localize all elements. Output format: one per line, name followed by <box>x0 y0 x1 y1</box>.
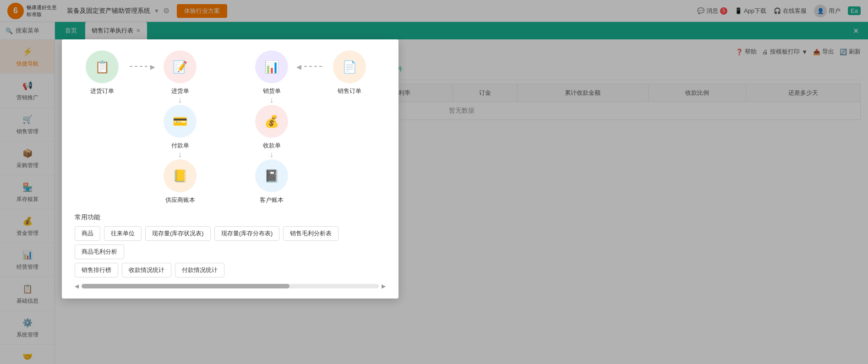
arrow-purchase-order-to-purchase-bill: ▶ <box>130 66 153 80</box>
sales-order-icon: 📄 <box>342 60 357 74</box>
scroll-right-arrow[interactable]: ▶ <box>382 283 386 289</box>
payment-icon: 💳 <box>173 114 187 129</box>
popup-scrollbar: ◀ ▶ <box>75 283 386 289</box>
flow-node-payment[interactable]: 💳 付款单 <box>153 105 207 150</box>
flow-node-sales-bill[interactable]: 📊 销货单 <box>244 50 299 95</box>
quick-row-1: 商品往来单位现存量(库存状况表)现存量(库存分布表)销售毛利分析表商品毛利分析 <box>75 226 386 259</box>
quick-btn-商品毛利分析[interactable]: 商品毛利分析 <box>75 244 124 259</box>
flow-diagram: 📋 进货订单 ▶ 📝 进货单 <box>75 50 386 204</box>
flow-circle-customer-ledger: 📓 <box>255 159 288 192</box>
flow-label-receipt: 收款单 <box>263 141 281 150</box>
overlay: 📋 进货订单 ▶ 📝 进货单 <box>0 0 868 364</box>
flow-node-sales-order[interactable]: 📄 销售订单 <box>322 50 377 95</box>
quick-functions-title: 常用功能 <box>75 213 386 222</box>
receipt-icon: 💰 <box>264 114 279 129</box>
quick-btn-销售毛利分析表[interactable]: 销售毛利分析表 <box>283 226 338 241</box>
flow-node-supplier-ledger[interactable]: 📒 供应商账本 <box>153 159 207 204</box>
flow-circle-purchase-order: 📋 <box>86 50 119 83</box>
quick-btn-付款情况统计[interactable]: 付款情况统计 <box>175 263 224 277</box>
flow-circle-sales-order: 📄 <box>333 50 366 83</box>
arrow-down-payment: ↓ <box>178 150 182 159</box>
sales-bill-icon: 📊 <box>264 60 279 74</box>
flow-node-purchase-bill[interactable]: 📝 进货单 <box>153 50 207 95</box>
flow-label-sales-order: 销售订单 <box>338 87 361 95</box>
flow-node-customer-ledger[interactable]: 📓 客户账本 <box>244 159 299 204</box>
flow-circle-sales-bill: 📊 <box>255 50 288 83</box>
quick-btn-销售排行榜[interactable]: 销售排行榜 <box>75 263 118 277</box>
flow-circle-supplier-ledger: 📒 <box>164 159 197 192</box>
flow-label-purchase-order: 进货订单 <box>90 87 114 95</box>
arrow-down-purchase-bill: ↓ <box>178 95 182 105</box>
arrow-down-sales-bill: ↓ <box>270 95 274 105</box>
purchase-bill-icon: 📝 <box>173 60 187 74</box>
flow-label-purchase-bill: 进货单 <box>171 87 189 95</box>
quick-btn-现存量(库存分布表)[interactable]: 现存量(库存分布表) <box>214 226 280 241</box>
scrollbar-thumb <box>82 284 289 288</box>
flow-node-receipt[interactable]: 💰 收款单 <box>244 105 299 150</box>
flow-circle-receipt: 💰 <box>255 105 288 138</box>
arrow-down-receipt: ↓ <box>270 150 274 159</box>
quick-btn-收款情况统计[interactable]: 收款情况统计 <box>122 263 171 277</box>
scrollbar-track[interactable] <box>82 284 379 288</box>
customer-ledger-icon: 📓 <box>264 169 279 183</box>
flow-circle-purchase-bill: 📝 <box>164 50 197 83</box>
quick-functions-section: 常用功能 商品往来单位现存量(库存状况表)现存量(库存分布表)销售毛利分析表商品… <box>75 213 386 277</box>
popup-panel: 📋 进货订单 ▶ 📝 进货单 <box>62 39 399 299</box>
arrow-sales-order-to-sales-bill: ◀ <box>299 66 322 80</box>
quick-btn-商品[interactable]: 商品 <box>75 226 100 241</box>
scroll-left-arrow[interactable]: ◀ <box>75 283 79 289</box>
flow-node-purchase-order[interactable]: 📋 进货订单 <box>75 50 130 95</box>
quick-btn-往来单位[interactable]: 往来单位 <box>104 226 142 241</box>
flow-label-payment: 付款单 <box>171 141 189 150</box>
flow-circle-payment: 💳 <box>164 105 197 138</box>
flow-label-customer-ledger: 客户账本 <box>260 196 284 204</box>
supplier-ledger-icon: 📒 <box>173 169 187 183</box>
quick-row-2: 销售排行榜收款情况统计付款情况统计 <box>75 263 386 277</box>
flow-label-supplier-ledger: 供应商账本 <box>165 196 195 204</box>
flow-label-sales-bill: 销货单 <box>263 87 281 95</box>
quick-btn-现存量(库存状况表)[interactable]: 现存量(库存状况表) <box>145 226 211 241</box>
purchase-order-icon: 📋 <box>95 60 109 74</box>
